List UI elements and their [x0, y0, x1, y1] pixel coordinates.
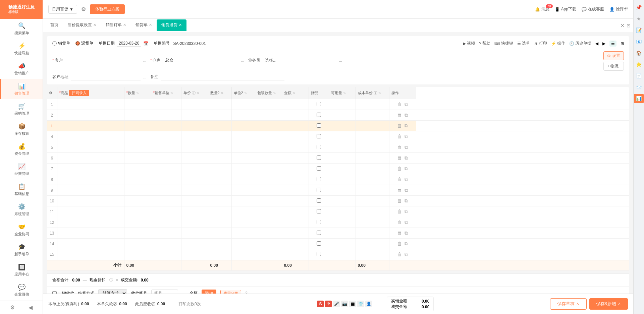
gift-cell-8[interactable]: [309, 174, 329, 185]
pkg-cell-5[interactable]: [255, 142, 282, 153]
gift-checkbox-10[interactable]: [317, 198, 321, 203]
amount-cell-13[interactable]: [282, 228, 309, 239]
gift-cell-9[interactable]: [309, 185, 329, 196]
fee-split-btn[interactable]: 费用分摊: [220, 290, 241, 294]
status-icon-barcode[interactable]: ▦: [349, 301, 356, 307]
gift-cell-6[interactable]: [309, 153, 329, 164]
qty2-cell-3[interactable]: [208, 121, 231, 131]
logistics-btn[interactable]: + 物流: [603, 62, 624, 71]
avail-cell-3[interactable]: [329, 121, 356, 131]
copy-icon-15[interactable]: ⧉: [405, 252, 408, 257]
qty2-cell-15[interactable]: [208, 249, 231, 260]
pkg-cell-6[interactable]: [255, 153, 282, 164]
settings-bottom-icon[interactable]: ⚙: [10, 304, 15, 311]
amount-cell-3[interactable]: [282, 121, 309, 131]
qty2-cell-10[interactable]: [208, 196, 231, 206]
price-sort[interactable]: ⇅: [197, 91, 199, 95]
qty2-cell-2[interactable]: [208, 110, 231, 121]
avail-cell-11[interactable]: [329, 206, 356, 217]
sidebar-item-4[interactable]: 🛒采购管理: [0, 99, 43, 119]
note-input[interactable]: [161, 73, 284, 80]
sidebar-item-2[interactable]: 📣营销推广: [0, 59, 43, 79]
unit-cell-6[interactable]: [151, 153, 181, 164]
th-settings[interactable]: ⚙: [47, 87, 57, 99]
product-cell-5[interactable]: [57, 142, 124, 153]
right-sidebar-icon-4[interactable]: 🏠: [634, 48, 644, 58]
unit2-cell-13[interactable]: [231, 228, 255, 239]
right-sidebar-icon-3[interactable]: 📧: [634, 37, 644, 46]
gift-cell-3[interactable]: [309, 121, 329, 131]
online-service-item[interactable]: 💬 在线客服: [582, 6, 604, 12]
product-cell-12[interactable]: [57, 217, 124, 228]
salesperson-dots[interactable]: ...: [339, 58, 342, 62]
copy-icon-3[interactable]: ⧉: [405, 123, 408, 129]
copy-icon-14[interactable]: ⧉: [405, 241, 408, 247]
product-cell-4[interactable]: [57, 131, 124, 142]
settings-btn[interactable]: ⚙ 设置: [603, 51, 624, 60]
unit2-cell-14[interactable]: [231, 239, 255, 249]
unit-cell-5[interactable]: [151, 142, 181, 153]
gift-checkbox-2[interactable]: [317, 113, 321, 117]
cost-cell-6[interactable]: [356, 153, 389, 164]
unit2-cell-1[interactable]: [231, 99, 255, 110]
copy-icon-8[interactable]: ⧉: [405, 177, 408, 182]
unit2-cell-6[interactable]: [231, 153, 255, 164]
amount-cell-6[interactable]: [282, 153, 309, 164]
qty-sort[interactable]: ⇅: [136, 91, 139, 95]
customer-input[interactable]: [65, 57, 141, 64]
customer-dots[interactable]: ...: [143, 58, 146, 62]
date-value[interactable]: 2023-03-20: [117, 40, 141, 47]
cost-cell-10[interactable]: [356, 196, 389, 206]
pkg-cell-2[interactable]: [255, 110, 282, 121]
copy-icon-5[interactable]: ⧉: [405, 144, 408, 150]
unit2-sort[interactable]: ⇅: [244, 91, 247, 95]
warehouse-dots[interactable]: ...: [241, 58, 244, 62]
qty2-cell-4[interactable]: [208, 131, 231, 142]
copy-icon-9[interactable]: ⧉: [405, 187, 408, 193]
cost-cell-11[interactable]: [356, 206, 389, 217]
radio-xhd-input[interactable]: [52, 41, 57, 46]
avail-cell-8[interactable]: [329, 174, 356, 185]
unit-cell-4[interactable]: [151, 131, 181, 142]
view-grid-icon[interactable]: ⊞: [621, 41, 624, 46]
unit2-cell-9[interactable]: [231, 185, 255, 196]
product-input-13[interactable]: [59, 231, 122, 236]
avail-cell-9[interactable]: [329, 185, 356, 196]
cost-cell-4[interactable]: [356, 131, 389, 142]
radio-xhd[interactable]: 销货单: [52, 41, 70, 46]
unit-cell-13[interactable]: [151, 228, 181, 239]
save-new-btn[interactable]: 保存&新增 ∧: [589, 298, 628, 310]
copy-icon-10[interactable]: ⧉: [405, 198, 408, 204]
delete-icon-14[interactable]: 🗑: [397, 241, 402, 247]
qty2-cell-14[interactable]: [208, 239, 231, 249]
gift-cell-7[interactable]: [309, 164, 329, 174]
product-cell-6[interactable]: [57, 153, 124, 164]
delete-icon-4[interactable]: 🗑: [397, 134, 402, 139]
amount-cell-2[interactable]: [282, 110, 309, 121]
save-draft-btn[interactable]: 保存草稿 ∧: [550, 298, 587, 310]
right-sidebar-icon-7[interactable]: 📨: [634, 82, 644, 92]
right-sidebar-icon-0[interactable]: 📌: [634, 3, 644, 12]
address-dots[interactable]: ...: [143, 75, 146, 79]
product-input-9[interactable]: [59, 188, 122, 193]
status-icon-camera[interactable]: 📷: [341, 301, 348, 307]
unit2-cell-15[interactable]: [231, 249, 255, 260]
qty-cell-11[interactable]: [124, 206, 151, 217]
amount-cell-4[interactable]: [282, 131, 309, 142]
status-icon-zh[interactable]: 中: [325, 301, 332, 307]
pkg-cell-8[interactable]: [255, 174, 282, 185]
tab-4[interactable]: 销货退货 ✕: [157, 19, 186, 31]
product-input-8[interactable]: [59, 177, 122, 182]
gift-checkbox-15[interactable]: [317, 252, 321, 256]
sidebar-item-9[interactable]: ⚙️系统管理: [0, 200, 43, 220]
amount-cell-7[interactable]: [282, 164, 309, 174]
tab-close-2[interactable]: ✕: [123, 23, 126, 27]
avail-cell-14[interactable]: [329, 239, 356, 249]
qty-cell-10[interactable]: [124, 196, 151, 206]
address-input[interactable]: [71, 73, 141, 80]
price-cell-7[interactable]: [181, 164, 208, 174]
tab-close-4[interactable]: ✕: [179, 23, 182, 27]
qty-cell-1[interactable]: [124, 99, 151, 110]
tab-3[interactable]: 销货单 ✕: [131, 19, 157, 31]
pkg-cell-9[interactable]: [255, 185, 282, 196]
